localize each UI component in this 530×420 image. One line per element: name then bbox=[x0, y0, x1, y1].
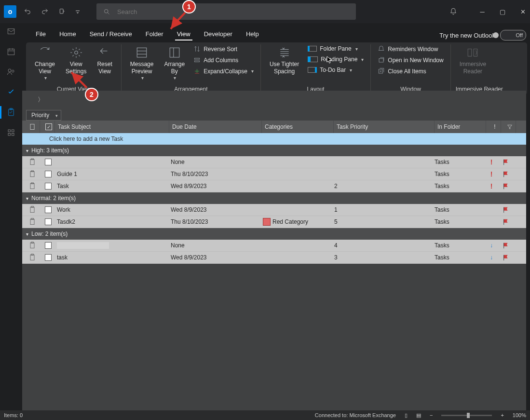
zoom-in-button[interactable]: + bbox=[501, 412, 503, 418]
group-normal-label: Normal: 2 item(s) bbox=[31, 195, 76, 202]
group-low[interactable]: ▾Low: 2 item(s) bbox=[22, 228, 526, 240]
view-normal-icon[interactable]: ▯ bbox=[405, 412, 408, 419]
svg-point-22 bbox=[12, 70, 14, 72]
task-row[interactable]: Guide 1 Thu 8/10/2023 Tasks ! bbox=[22, 168, 526, 180]
change-view-label: Change View bbox=[35, 61, 55, 75]
search-input[interactable] bbox=[116, 8, 349, 16]
people-icon[interactable] bbox=[6, 67, 16, 77]
group-normal[interactable]: ▾Normal: 2 item(s) bbox=[22, 192, 526, 204]
expand-collapse-button[interactable]: Expand/Collapse▾ bbox=[191, 67, 256, 76]
message-preview-label: Message Preview bbox=[130, 61, 154, 75]
redo-button[interactable] bbox=[39, 5, 51, 18]
mail-icon[interactable] bbox=[6, 26, 16, 37]
tab-file[interactable]: File bbox=[29, 27, 53, 41]
view-reading-icon[interactable]: ▤ bbox=[416, 412, 421, 419]
search-icon bbox=[103, 8, 110, 15]
svg-rect-0 bbox=[60, 9, 63, 14]
arrange-by-label: Arrange By bbox=[164, 61, 185, 75]
col-filter[interactable] bbox=[501, 121, 516, 133]
qat-dropdown[interactable] bbox=[71, 5, 84, 18]
tab-send-receive[interactable]: Send / Receive bbox=[83, 27, 139, 41]
svg-rect-25 bbox=[8, 130, 11, 132]
task-row[interactable]: task Wed 8/9/2023 3 Tasks ↓ bbox=[22, 252, 526, 264]
reading-pane-button[interactable]: Reading Pane▾ bbox=[306, 55, 366, 64]
use-tighter-spacing-button[interactable]: Use Tighter Spacing bbox=[266, 44, 303, 77]
calendar-icon[interactable] bbox=[6, 46, 16, 57]
task-row[interactable]: None 4 Tasks ↓ bbox=[22, 240, 526, 252]
status-connected: Connected to: Microsoft Exchange bbox=[315, 412, 396, 418]
tab-home[interactable]: Home bbox=[53, 27, 83, 41]
reset-view-button[interactable]: Reset View bbox=[93, 44, 116, 77]
tab-view[interactable]: View bbox=[170, 27, 197, 41]
reminders-window-button[interactable]: Reminders Window bbox=[376, 44, 445, 54]
group-high[interactable]: ▾High: 3 item(s) bbox=[22, 145, 526, 156]
col-categories[interactable]: Categories bbox=[262, 121, 334, 133]
task-row[interactable]: Task Wed 8/9/2023 2 Tasks ! bbox=[22, 180, 526, 192]
app-logo: o bbox=[4, 5, 16, 18]
apps-icon[interactable] bbox=[6, 127, 16, 138]
col-importance[interactable]: ! bbox=[486, 121, 501, 133]
col-complete[interactable]: ✓ bbox=[40, 121, 55, 133]
col-subject[interactable]: Task Subject bbox=[55, 121, 169, 133]
expand-collapse-label: Expand/Collapse bbox=[204, 68, 247, 75]
message-preview-button[interactable]: Message Preview▾ bbox=[126, 44, 158, 83]
group-low-label: Low: 2 item(s) bbox=[31, 230, 68, 237]
svg-rect-39 bbox=[30, 207, 34, 212]
change-view-button[interactable]: Change View▾ bbox=[31, 44, 59, 83]
reverse-sort-button[interactable]: Reverse Sort bbox=[191, 44, 256, 54]
svg-rect-33 bbox=[30, 171, 34, 176]
folder-pane-button[interactable]: Folder Pane▾ bbox=[306, 44, 366, 53]
quick-tool-button[interactable] bbox=[56, 5, 68, 18]
svg-rect-48 bbox=[30, 255, 34, 260]
svg-rect-3 bbox=[137, 48, 147, 57]
expand-folder-pane-button[interactable]: 〉 bbox=[38, 95, 47, 105]
search-bar[interactable] bbox=[96, 3, 356, 20]
group-high-label: High: 3 item(s) bbox=[31, 147, 69, 154]
try-new-outlook-toggle[interactable]: Off bbox=[500, 30, 526, 41]
col-priority[interactable]: Task Priority bbox=[334, 121, 435, 133]
open-new-window-button[interactable]: Open in New Window bbox=[376, 55, 445, 65]
todo-icon[interactable] bbox=[6, 87, 16, 97]
col-icon[interactable] bbox=[22, 121, 40, 133]
svg-rect-17 bbox=[8, 49, 14, 55]
close-button[interactable]: ✕ bbox=[519, 8, 526, 15]
arrange-by-button[interactable]: Arrange By▾ bbox=[160, 44, 189, 83]
minimize-button[interactable]: ─ bbox=[479, 8, 486, 15]
task-row[interactable]: Tasdk2 Thu 8/10/2023 Red Category 5 Task… bbox=[22, 216, 526, 228]
todo-bar-button[interactable]: To-Do Bar▾ bbox=[306, 66, 366, 74]
tab-folder[interactable]: Folder bbox=[139, 27, 170, 41]
svg-rect-28 bbox=[12, 134, 14, 136]
todo-bar-label: To-Do Bar bbox=[320, 67, 346, 73]
redacted-text bbox=[57, 242, 109, 249]
immersive-reader-button: Immersive Reader bbox=[456, 44, 490, 77]
zoom-slider[interactable] bbox=[441, 415, 492, 416]
maximize-button[interactable]: ▢ bbox=[499, 8, 506, 15]
view-settings-button[interactable]: View Settings bbox=[62, 44, 90, 77]
svg-rect-6 bbox=[170, 48, 179, 57]
category-label: Red Category bbox=[272, 218, 308, 225]
tab-help[interactable]: Help bbox=[239, 27, 266, 41]
priority-label: Priority bbox=[31, 112, 49, 119]
svg-rect-16 bbox=[8, 29, 14, 34]
task-row[interactable]: None Tasks ! bbox=[22, 156, 526, 168]
col-folder[interactable]: In Folder bbox=[435, 121, 486, 133]
priority-arrangement-button[interactable]: Priority▾ bbox=[26, 110, 61, 121]
bell-icon[interactable] bbox=[447, 5, 460, 18]
close-all-items-button[interactable]: Close All Items bbox=[376, 67, 445, 76]
add-columns-button[interactable]: Add Columns bbox=[191, 55, 256, 65]
new-task-row[interactable]: Click here to add a new Task bbox=[22, 133, 526, 145]
table-header: ✓ Task Subject Due Date Categories Task … bbox=[22, 121, 526, 133]
svg-rect-42 bbox=[30, 219, 34, 224]
task-row[interactable]: Work Wed 8/9/2023 1 Tasks bbox=[22, 204, 526, 216]
undo-button[interactable] bbox=[21, 5, 34, 18]
tasks-icon[interactable] bbox=[6, 107, 16, 118]
open-new-window-label: Open in New Window bbox=[388, 57, 443, 64]
col-due-date[interactable]: Due Date bbox=[169, 121, 262, 133]
svg-point-1 bbox=[105, 9, 109, 13]
folder-pane-label: Folder Pane bbox=[320, 45, 351, 52]
svg-rect-45 bbox=[30, 243, 34, 248]
view-settings-label: View Settings bbox=[66, 61, 86, 75]
zoom-out-button[interactable]: − bbox=[430, 412, 433, 418]
mouse-cursor bbox=[326, 56, 334, 64]
tab-developer[interactable]: Developer bbox=[197, 27, 239, 41]
